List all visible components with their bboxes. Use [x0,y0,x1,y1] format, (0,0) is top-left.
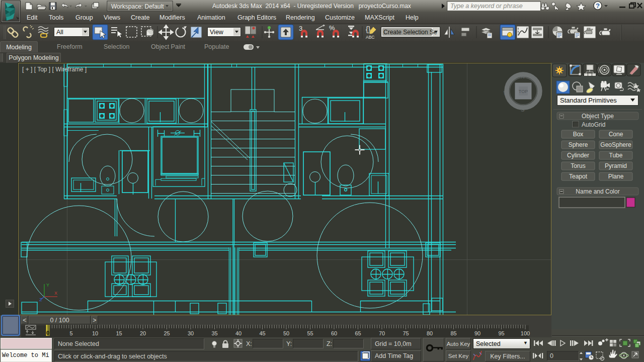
svg-text:40: 40 [235,330,242,336]
svg-text:Plane: Plane [608,173,624,180]
svg-text:Cylinder: Cylinder [567,152,589,159]
svg-text:30: 30 [188,330,194,336]
svg-text:100: 100 [521,330,530,336]
svg-text:5: 5 [69,330,72,336]
svg-text:Name and Color: Name and Color [576,188,619,195]
svg-text:AutoGrid: AutoGrid [582,121,605,128]
svg-text:View: View [210,29,224,36]
svg-text:Sphere: Sphere [569,141,588,148]
svg-text:55: 55 [307,330,313,336]
svg-text:70: 70 [379,330,385,336]
svg-text:GeoSphere: GeoSphere [600,141,631,148]
svg-text:65: 65 [355,330,361,336]
svg-text:75: 75 [403,330,409,336]
svg-text:All: All [56,29,63,36]
svg-text:TOP: TOP [519,89,528,94]
svg-text:20: 20 [140,330,146,336]
svg-text:95: 95 [498,330,504,336]
svg-text:10: 10 [92,330,98,336]
svg-text:Tube: Tube [609,152,623,159]
svg-text:Torus: Torus [571,162,585,169]
svg-text:Y: Y [46,283,49,288]
svg-text:X: X [54,291,57,296]
svg-text:?: ? [596,2,600,10]
svg-text:0: 0 [46,330,49,336]
svg-text:35: 35 [211,330,217,336]
svg-text:85: 85 [450,330,456,336]
svg-text:Standard Primitives: Standard Primitives [560,97,617,104]
svg-text:Workspace: Default: Workspace: Default [111,3,164,10]
svg-text:Teapot: Teapot [569,173,588,180]
svg-text:Z: Z [39,297,42,302]
svg-text:15: 15 [116,330,122,336]
svg-text:Pyramid: Pyramid [605,162,627,169]
svg-text:Create Selection Se: Create Selection Se [383,29,437,36]
svg-text:Object Type: Object Type [582,113,614,120]
svg-text:Cone: Cone [609,131,623,138]
svg-text:90: 90 [474,330,480,336]
svg-text:25: 25 [164,330,170,336]
svg-text:Box: Box [573,131,584,138]
svg-text:50: 50 [283,330,289,336]
svg-text:60: 60 [331,330,337,336]
svg-text:45: 45 [259,330,265,336]
svg-text:80: 80 [427,330,433,336]
svg-text:ABC: ABC [366,35,374,40]
